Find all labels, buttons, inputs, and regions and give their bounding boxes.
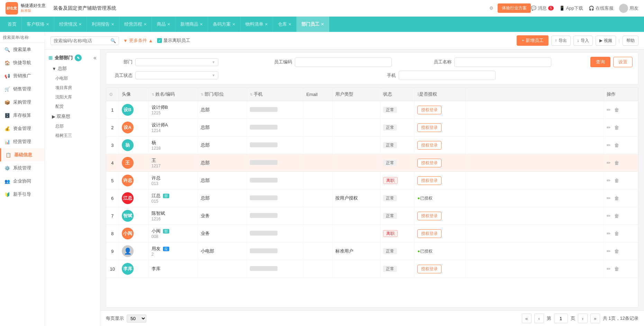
authorize-btn[interactable]: 授权登录 [417,106,442,114]
dept-collapse-btn[interactable]: « [93,55,97,61]
dept-sub-zongbu[interactable]: 总部 [45,122,100,131]
edit-btn[interactable]: ✏ [607,142,611,148]
authorize-btn[interactable]: 授权登录 [417,265,442,273]
delete-btn[interactable]: 🗑 [614,107,619,113]
close-icon[interactable]: ✕ [167,22,170,27]
authorize-btn[interactable]: 授权登录 [417,159,442,167]
user-menu[interactable]: 用友 [619,4,638,13]
col-ops: 操作 [604,88,638,101]
authorize-btn[interactable]: 授权登录 [417,176,442,185]
video-btn[interactable]: ▶视频 [596,36,616,46]
delete-btn[interactable]: 🗑 [614,266,619,272]
delete-btn[interactable]: 🗑 [614,178,619,183]
close-icon[interactable]: ✕ [288,22,291,27]
close-icon[interactable]: ✕ [265,22,268,27]
tab-operation[interactable]: 经营情况 ✕ [54,17,87,32]
trial-btn[interactable]: 体验行业方案 [498,3,531,13]
tab-dept-staff[interactable]: 部门员工 ✕ [297,17,329,32]
table-settings-icon[interactable]: ⚙ [109,92,113,97]
add-employee-btn[interactable]: + 新增员工 [517,35,548,46]
help-btn[interactable]: 帮助 [623,36,638,46]
page-input[interactable] [554,314,568,323]
sidebar-item-basic[interactable]: 📋 基础信息 [0,148,45,161]
message-btn[interactable]: 💬 消息 5 [531,5,554,11]
close-icon[interactable]: ✕ [321,22,324,27]
tab-goods[interactable]: 商品 ✕ [152,17,175,32]
tab-new-goods[interactable]: 新增商品 ✕ [175,17,208,32]
edit-btn[interactable]: ✏ [607,248,611,254]
set-btn[interactable]: 设置 [613,57,633,67]
dept-item-head[interactable]: ▼ 总部 [45,63,100,74]
dept-sub-shenyang[interactable]: 沈阳大库 [45,92,100,102]
dept-sub-zhishu[interactable]: 植树王三 [45,131,100,140]
dept-sub-peihuo[interactable]: 配货 [45,102,100,111]
sidebar-item-business[interactable]: 📊 经营管理 [0,135,45,148]
tab-customer[interactable]: 客户联络 ✕ [22,17,54,32]
show-resigned-toggle[interactable]: ✓ 显示离职员工 [157,37,190,44]
close-icon[interactable]: ✕ [111,22,114,27]
last-page-btn[interactable]: » [590,314,600,323]
sidebar-item-guide[interactable]: 🔰 新手引导 [0,188,45,201]
delete-btn[interactable]: 🗑 [614,125,619,130]
online-service-btn[interactable]: 🎧 在线客服 [589,5,614,11]
per-page-select[interactable]: 50 100 [127,315,146,323]
search-staff-input[interactable] [54,38,109,43]
tab-profit[interactable]: 利润报告 ✕ [87,17,119,32]
edit-btn[interactable]: ✏ [607,178,611,183]
import-btn[interactable]: ↓导入 [573,36,593,46]
close-icon[interactable]: ✕ [232,22,235,27]
dept-sub-xiaodian[interactable]: 小电部 [45,74,100,83]
sidebar-item-purchase[interactable]: 📦 采购管理 [0,96,45,109]
delete-btn[interactable]: 🗑 [614,213,619,219]
sidebar-item-marketing[interactable]: 📢 营销推广 [0,69,45,82]
delete-btn[interactable]: 🗑 [614,195,619,201]
dept-filter-select[interactable]: ▼ [135,58,218,66]
sidebar-item-finance[interactable]: 💰 资金管理 [0,122,45,135]
export-btn[interactable]: ↑导出 [551,36,571,46]
delete-btn[interactable]: 🗑 [614,231,619,236]
edit-btn[interactable]: ✏ [607,231,611,236]
name-filter-input[interactable] [454,58,551,67]
dept-edit-btn[interactable]: ✎ [75,54,82,61]
status-filter-select[interactable]: ▼ [135,71,218,79]
settings-icon[interactable]: ⚙ [489,6,493,11]
sidebar-item-nav[interactable]: 🏠 快捷导航 [0,56,45,69]
authorize-btn[interactable]: 授权登录 [417,229,442,238]
dept-sub-xiangmu[interactable]: 项目库房 [45,83,100,92]
tab-history[interactable]: 经营历程 ✕ [119,17,152,32]
next-page-btn[interactable]: › [578,314,588,323]
tab-bom[interactable]: 物料清单 ✕ [241,17,273,32]
edit-btn[interactable]: ✏ [607,195,611,201]
query-btn[interactable]: 查询 [590,57,610,67]
prev-page-btn[interactable]: ‹ [534,314,544,323]
tab-home[interactable]: 首页 [3,17,22,32]
tab-warehouse[interactable]: 仓库 ✕ [273,17,297,32]
phone-filter-input[interactable] [399,71,496,80]
edit-btn[interactable]: ✏ [607,107,611,113]
edit-btn[interactable]: ✏ [607,213,611,219]
delete-btn[interactable]: 🗑 [614,160,619,166]
sidebar-item-collab[interactable]: 👥 企业协同 [0,175,45,188]
tab-barcode[interactable]: 条码方案 ✕ [208,17,241,32]
more-conditions-btn[interactable]: ▼ 更多条件 ▲ [123,37,153,44]
authorize-btn[interactable]: 授权登录 [417,123,442,132]
authorize-btn[interactable]: 授权登录 [417,141,442,150]
sidebar-item-system[interactable]: ⚙️ 系统管理 [0,161,45,175]
edit-btn[interactable]: ✏ [607,266,611,272]
edit-btn[interactable]: ✏ [607,125,611,130]
sidebar-item-search[interactable]: 🔍 搜索菜单 [0,43,45,56]
edit-btn[interactable]: ✏ [607,160,611,166]
close-icon[interactable]: ✕ [79,22,82,27]
sidebar-item-sales[interactable]: 🛒 销售管理 [0,82,45,96]
authorize-btn[interactable]: 授权登录 [417,212,442,220]
code-filter-input[interactable] [295,58,392,67]
close-icon[interactable]: ✕ [144,22,147,27]
sidebar-item-inventory[interactable]: 🗄️ 库存核算 [0,109,45,122]
close-icon[interactable]: ✕ [200,22,203,27]
delete-btn[interactable]: 🗑 [614,142,619,148]
dept-item-shuangzuo[interactable]: ▶ 双座想 [45,111,100,122]
delete-btn[interactable]: 🗑 [614,248,619,254]
app-download-btn[interactable]: 📱 App下载 [559,5,583,11]
first-page-btn[interactable]: « [522,314,532,323]
close-icon[interactable]: ✕ [46,22,49,27]
